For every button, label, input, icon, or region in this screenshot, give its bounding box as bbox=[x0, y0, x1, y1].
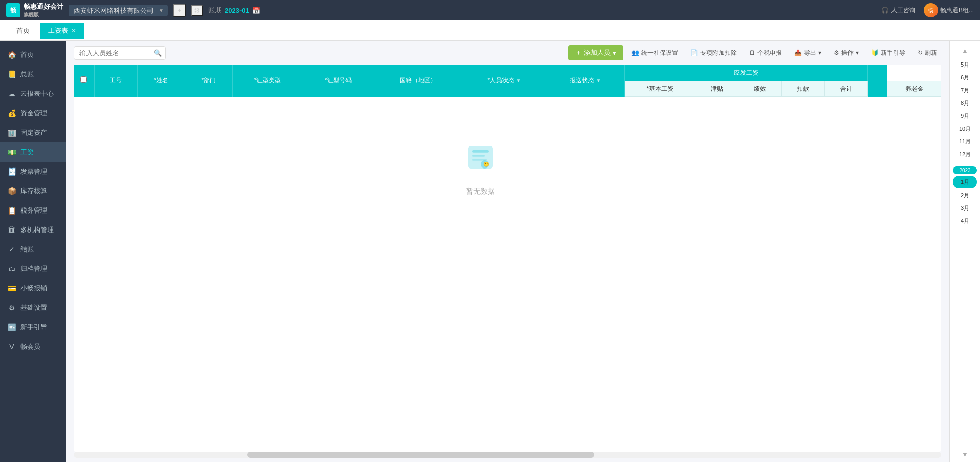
month-2022-09[interactable]: 9月 bbox=[950, 110, 980, 122]
year-badge-2023: 2023 bbox=[953, 166, 977, 174]
close-period-icon: ✓ bbox=[7, 245, 16, 254]
building-icon: 🏢 bbox=[7, 129, 16, 137]
toolbar: 🔍 ＋ 添加人员 ▾ 👥 统一社保设置 📄 专项附加扣除 🗒 bbox=[66, 41, 949, 65]
salary-icon: 💵 bbox=[7, 148, 16, 156]
scroll-thumb[interactable] bbox=[247, 452, 594, 458]
headset-icon: 🎧 bbox=[881, 7, 889, 14]
refresh-icon: ↻ bbox=[918, 49, 923, 56]
op-dropdown-icon: ▾ bbox=[856, 49, 859, 56]
person-status-filter-icon[interactable]: ▼ bbox=[516, 78, 521, 83]
sidebar-item-archive[interactable]: 🗂 归档管理 bbox=[0, 259, 66, 279]
month-nav-down[interactable]: ▼ bbox=[950, 449, 980, 460]
th-total: 合计 bbox=[824, 81, 867, 97]
service-button[interactable]: 🎧 人工咨询 bbox=[881, 6, 916, 15]
operation-button[interactable]: ⚙ 操作 ▾ bbox=[830, 47, 863, 59]
th-pension: 养老金 bbox=[887, 81, 941, 97]
month-2023-03[interactable]: 3月 bbox=[950, 202, 980, 215]
search-wrapper: 🔍 bbox=[74, 46, 166, 60]
tax-report-icon: 🗒 bbox=[749, 49, 755, 56]
dropdown-icon: ▾ bbox=[613, 49, 616, 57]
th-employee-number: 工号 bbox=[94, 65, 137, 97]
user-area[interactable]: 畅 畅惠通B组... bbox=[924, 3, 974, 17]
month-2022-05[interactable]: 5月 bbox=[950, 58, 980, 71]
sidebar-item-close[interactable]: ✓ 结账 bbox=[0, 240, 66, 259]
sidebar-item-fixed-asset[interactable]: 🏢 固定资产 bbox=[0, 123, 66, 142]
th-person-status: *人员状态 ▼ bbox=[463, 65, 546, 97]
sidebar-item-guide[interactable]: 🆕 新手引导 bbox=[0, 318, 66, 337]
horizontal-scrollbar[interactable] bbox=[74, 452, 941, 458]
sidebar-item-home[interactable]: 🏠 首页 bbox=[0, 45, 66, 65]
service-label: 人工咨询 bbox=[891, 6, 916, 15]
company-selector[interactable]: 西安虾米网络科技有限公司 bbox=[69, 5, 168, 16]
svg-rect-2 bbox=[472, 155, 485, 157]
special-deduction-button[interactable]: 📄 专项附加扣除 bbox=[686, 47, 741, 59]
sidebar-item-ledger[interactable]: 📒 总账 bbox=[0, 65, 66, 84]
month-2023-01[interactable]: 1月 bbox=[953, 176, 977, 188]
add-person-button[interactable]: ＋ 添加人员 ▾ bbox=[568, 45, 623, 60]
month-2022-11[interactable]: 11月 bbox=[950, 135, 980, 148]
expense-icon: 💳 bbox=[7, 284, 16, 292]
sidebar-item-invoice[interactable]: 🧾 发票管理 bbox=[0, 162, 66, 181]
logo-icon: 畅 bbox=[6, 3, 20, 17]
sidebar-item-expense[interactable]: 💳 小畅报销 bbox=[0, 279, 66, 298]
refresh-button[interactable]: ↻ 刷新 bbox=[913, 47, 941, 59]
th-performance: 绩效 bbox=[738, 81, 781, 97]
sidebar-label-archive: 归档管理 bbox=[20, 264, 47, 274]
main-layout: 🏠 首页 📒 总账 ☁ 云报表中心 💰 资金管理 🏢 固定资产 💵 工资 🧾 发… bbox=[0, 41, 980, 462]
period-area: 账期 2023-01 📅 bbox=[208, 6, 260, 15]
sidebar-label-cloud-report: 云报表中心 bbox=[20, 89, 54, 98]
sidebar-item-settings[interactable]: ⚙ 基础设置 bbox=[0, 298, 66, 318]
table-header-row: 工号 *姓名 *部门 *证型类型 *证型号码 bbox=[74, 65, 941, 81]
th-name: *姓名 bbox=[137, 65, 185, 97]
avatar: 畅 bbox=[924, 3, 938, 17]
sidebar-label-home: 首页 bbox=[20, 50, 34, 59]
home-icon: 🏠 bbox=[7, 51, 16, 59]
month-nav-up[interactable]: ▲ bbox=[952, 45, 978, 56]
sidebar-item-tax[interactable]: 📋 税务管理 bbox=[0, 201, 66, 220]
tab-salary[interactable]: 工资表 ✕ bbox=[40, 23, 84, 39]
tab-close-icon[interactable]: ✕ bbox=[71, 27, 76, 34]
sidebar-item-fund[interactable]: 💰 资金管理 bbox=[0, 103, 66, 123]
sidebar-item-multi-org[interactable]: 🏛 多机构管理 bbox=[0, 220, 66, 240]
sidebar-label-inventory: 库存核算 bbox=[20, 186, 47, 196]
month-2022-08[interactable]: 8月 bbox=[950, 97, 980, 110]
new-guide-button[interactable]: 🔰 新手引导 bbox=[867, 47, 909, 59]
sidebar-item-inventory[interactable]: 📦 库存核算 bbox=[0, 181, 66, 201]
settings-button[interactable]: ⚙ bbox=[191, 5, 203, 16]
ledger-icon: 📒 bbox=[7, 70, 16, 78]
sidebar-item-salary[interactable]: 💵 工资 bbox=[0, 142, 66, 162]
sidebar-label-close: 结账 bbox=[20, 245, 34, 254]
sidebar-label-fixed-asset: 固定资产 bbox=[20, 128, 47, 137]
month-2022-12[interactable]: 12月 bbox=[950, 148, 980, 161]
content-area: 🔍 ＋ 添加人员 ▾ 👥 统一社保设置 📄 专项附加扣除 🗒 bbox=[66, 41, 949, 462]
select-all-checkbox[interactable] bbox=[80, 76, 87, 83]
tax-icon: 📋 bbox=[7, 206, 16, 215]
sidebar-item-member[interactable]: V 畅会员 bbox=[0, 337, 66, 356]
sidebar: 🏠 首页 📒 总账 ☁ 云报表中心 💰 资金管理 🏢 固定资产 💵 工资 🧾 发… bbox=[0, 41, 66, 462]
export-button[interactable]: 📤 导出 ▾ bbox=[790, 47, 825, 59]
sidebar-label-settings: 基础设置 bbox=[20, 303, 47, 312]
period-value: 2023-01 bbox=[225, 7, 249, 14]
social-security-button[interactable]: 👥 统一社保设置 bbox=[627, 47, 682, 59]
sidebar-item-cloud-report[interactable]: ☁ 云报表中心 bbox=[0, 84, 66, 103]
report-status-filter-icon[interactable]: ▼ bbox=[596, 78, 601, 83]
table-body: 😶 暂无数据 bbox=[74, 97, 941, 238]
user-label: 畅惠通B组... bbox=[940, 6, 974, 15]
th-id-number: *证型号码 bbox=[303, 65, 374, 97]
month-2022-07[interactable]: 7月 bbox=[950, 84, 980, 97]
search-input[interactable] bbox=[74, 46, 166, 60]
tab-home[interactable]: 首页 bbox=[8, 23, 38, 39]
month-year-divider bbox=[950, 163, 980, 163]
month-2022-06[interactable]: 6月 bbox=[950, 71, 980, 84]
month-2022-10[interactable]: 10月 bbox=[950, 122, 980, 135]
add-company-button[interactable]: ＋ bbox=[173, 4, 186, 17]
guide-icon: 🆕 bbox=[7, 323, 16, 331]
calendar-icon[interactable]: 📅 bbox=[252, 7, 260, 14]
th-nationality: 国籍（地区） bbox=[374, 65, 463, 97]
sidebar-label-expense: 小畅报销 bbox=[20, 284, 47, 293]
org-icon: 🏛 bbox=[7, 226, 16, 234]
header-left: 畅 畅惠通好会计 旗舰版 西安虾米网络科技有限公司 ＋ ⚙ 账期 2023-01… bbox=[6, 2, 260, 18]
personal-tax-button[interactable]: 🗒 个税申报 bbox=[745, 47, 786, 59]
month-2023-02[interactable]: 2月 bbox=[950, 189, 980, 202]
month-2023-04[interactable]: 4月 bbox=[950, 215, 980, 227]
